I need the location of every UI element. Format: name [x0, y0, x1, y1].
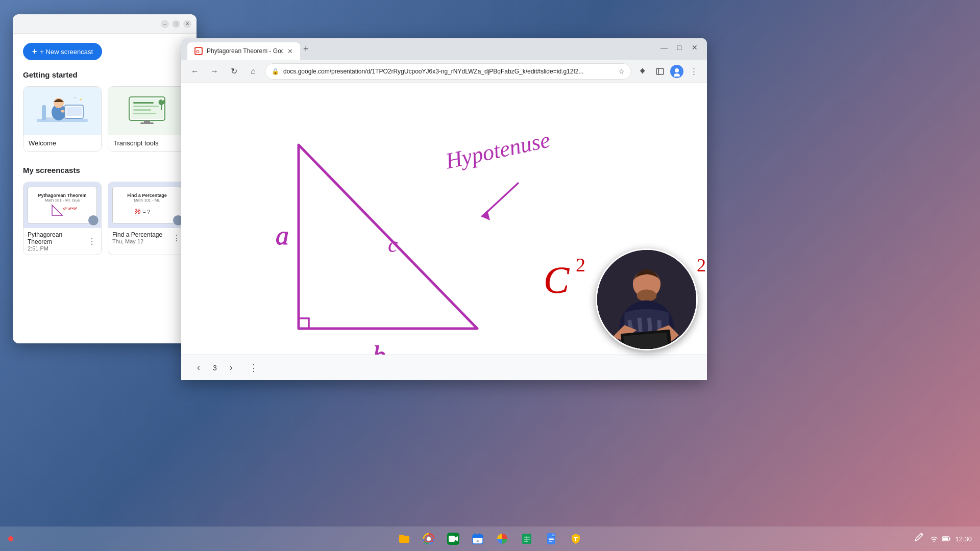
- bookmark-icon[interactable]: ☆: [618, 67, 625, 76]
- svg-text:a: a: [276, 221, 289, 250]
- taskbar-keep-icon[interactable]: [566, 529, 586, 549]
- puzzle-icon: [639, 67, 647, 76]
- svg-rect-23: [656, 68, 664, 74]
- taskbar-docs-icon[interactable]: [541, 529, 561, 549]
- transcript-illustration: [119, 91, 175, 132]
- taskbar-left: [8, 536, 13, 541]
- battery-icon: [942, 534, 951, 543]
- svg-text:= ?: = ?: [143, 209, 151, 215]
- docs-icon: [545, 533, 557, 545]
- taskbar-time: 12:30: [955, 535, 972, 543]
- window-minimize-button[interactable]: –: [161, 20, 169, 28]
- svg-point-26: [675, 68, 679, 72]
- new-tab-button[interactable]: +: [300, 44, 312, 55]
- slide-next-button[interactable]: ›: [223, 360, 239, 376]
- slide-prev-button[interactable]: ‹: [190, 360, 207, 376]
- pythagorean-name: Pythagorean Theorem: [28, 231, 87, 245]
- new-screencast-label: + New screencast: [40, 48, 93, 56]
- svg-point-52: [427, 537, 431, 541]
- svg-text:c: c: [388, 232, 398, 257]
- pythagorean-menu-button[interactable]: ⋮: [87, 237, 97, 246]
- my-screencasts-section: My screencasts Pythagorean Theorem Math …: [23, 166, 186, 255]
- pythagorean-info: Pythagorean Theorem 2:51 PM ⋮: [23, 228, 101, 255]
- files-icon: [398, 533, 410, 545]
- svg-rect-15: [133, 113, 156, 114]
- taskbar-chrome-icon[interactable]: [419, 529, 439, 549]
- taskbar-files-icon[interactable]: [394, 529, 414, 549]
- slide-more-button[interactable]: ⋮: [246, 360, 262, 376]
- svg-rect-2: [42, 105, 46, 120]
- taskbar-meet-icon[interactable]: [443, 529, 463, 549]
- address-bar[interactable]: 🔒 docs.google.com/presentation/d/1TPO2rR…: [265, 63, 631, 80]
- pen-icon[interactable]: [914, 532, 924, 545]
- tab-close-button[interactable]: ✕: [287, 47, 293, 55]
- webcam-overlay: [596, 248, 698, 350]
- sidebar-button[interactable]: [653, 64, 667, 79]
- photos-icon: [496, 533, 508, 545]
- window-maximize-button[interactable]: □: [172, 20, 180, 28]
- transcript-card-label: Transcript tools: [108, 135, 186, 151]
- pythagorean-left: Pythagorean Theorem 2:51 PM: [28, 231, 87, 252]
- refresh-button[interactable]: ↻: [226, 64, 241, 79]
- user-avatar[interactable]: [670, 65, 683, 78]
- slide-number: 3: [213, 364, 217, 372]
- svg-text:Hypotenuse: Hypotenuse: [443, 127, 552, 173]
- svg-rect-68: [549, 539, 554, 540]
- extensions-button[interactable]: [635, 64, 650, 79]
- screencast-recording-indicator: [8, 536, 13, 541]
- forward-button[interactable]: →: [207, 64, 222, 79]
- percentage-thumb: Find a Percentage Math 101 - Mr. % = ?: [108, 182, 186, 228]
- thumb-math-svg: c²=a²+b²: [47, 203, 78, 218]
- home-button[interactable]: ⌂: [246, 64, 261, 79]
- svg-rect-64: [524, 541, 528, 542]
- browser-close-button[interactable]: ✕: [689, 41, 701, 54]
- svg-marker-33: [481, 210, 490, 220]
- taskbar: 31: [0, 527, 980, 551]
- more-button[interactable]: ⋮: [687, 64, 701, 79]
- welcome-illustration: ✦ ●: [34, 91, 90, 132]
- window-close-button[interactable]: ✕: [183, 20, 191, 28]
- screencast-body: + + New screencast Getting started: [13, 34, 197, 343]
- welcome-card[interactable]: ✦ ● Welcome: [23, 86, 102, 152]
- svg-rect-54: [449, 536, 455, 542]
- transcript-card[interactable]: Transcript tools: [108, 86, 186, 152]
- svg-rect-72: [949, 538, 950, 540]
- thumb-title: Pythagorean Theorem: [38, 193, 86, 198]
- new-screencast-button[interactable]: + + New screencast: [23, 43, 102, 60]
- pen-drawing-icon: [914, 532, 924, 542]
- svg-rect-12: [133, 102, 154, 104]
- svg-rect-13: [133, 106, 159, 107]
- pythagorean-time: 2:51 PM: [28, 245, 87, 252]
- taskbar-photos-icon[interactable]: [492, 529, 512, 549]
- keep-icon: [570, 533, 582, 545]
- svg-text:✦: ✦: [79, 97, 83, 102]
- meet-icon: [447, 533, 459, 545]
- browser-content: a c b Hypotenuse C 2 = a 2: [181, 83, 707, 380]
- svg-rect-67: [549, 538, 554, 539]
- browser-tab-active[interactable]: G Phytagorean Theorem - Google ✕: [187, 42, 300, 60]
- screencast-window: – □ ✕ + + New screencast Getting started: [13, 14, 197, 343]
- webcam-person: [597, 250, 696, 349]
- pythagorean-card[interactable]: Pythagorean Theorem Math 101 - Mr. Gue c…: [23, 182, 102, 255]
- transcript-card-image: [108, 87, 186, 135]
- svg-point-43: [637, 290, 657, 302]
- wifi-icon: [929, 534, 939, 543]
- taskbar-status: [929, 534, 951, 543]
- back-button[interactable]: ←: [187, 64, 203, 79]
- person-svg: [597, 250, 696, 349]
- browser-minimize-button[interactable]: —: [658, 41, 670, 54]
- svg-text:2: 2: [576, 254, 585, 276]
- percentage-card[interactable]: Find a Percentage Math 101 - Mr. % = ? F…: [108, 182, 186, 255]
- svg-text:31: 31: [476, 539, 480, 543]
- svg-text:%: %: [134, 207, 140, 215]
- welcome-card-image: ✦ ●: [23, 87, 101, 135]
- svg-text:G: G: [196, 49, 200, 54]
- percentage-menu-button[interactable]: ⋮: [172, 233, 182, 243]
- taskbar-sheets-icon[interactable]: [517, 529, 537, 549]
- browser-restore-button[interactable]: □: [673, 41, 685, 54]
- getting-started-grid: ✦ ● Welcome: [23, 86, 186, 152]
- svg-rect-69: [549, 541, 552, 542]
- taskbar-calendar-icon[interactable]: 31: [468, 529, 488, 549]
- percentage-thumb-content: Find a Percentage Math 101 - Mr. % = ?: [112, 187, 182, 223]
- welcome-card-label: Welcome: [23, 135, 101, 151]
